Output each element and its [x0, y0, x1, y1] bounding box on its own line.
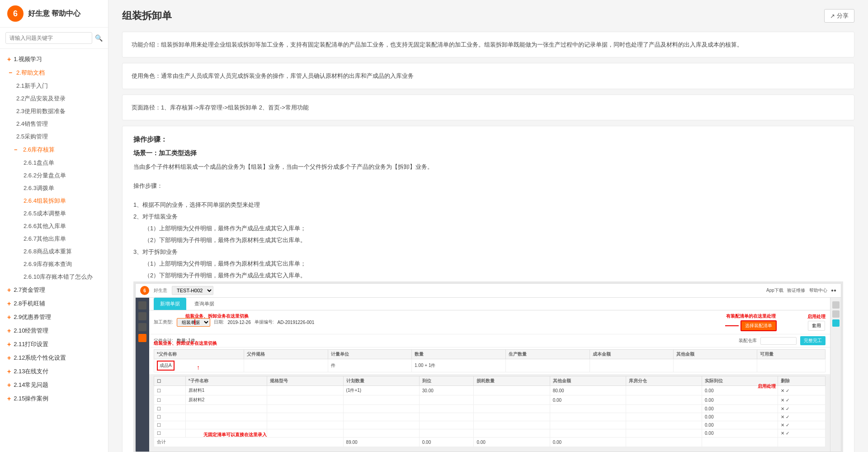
share-button[interactable]: ↗ 分享: [824, 9, 854, 23]
sidebar-item-label: 2.8手机旺辅: [14, 300, 45, 308]
sidebar-item-29[interactable]: + 2.9优惠券管理: [0, 310, 108, 324]
sidebar-item-211[interactable]: + 2.11打印设置: [0, 338, 108, 351]
sidebar-item-docs-sub1[interactable]: 2.1新手入门: [0, 80, 108, 92]
mock-type-select[interactable]: 组装单据 拆卸单据: [177, 318, 210, 327]
cell-prodqty: [506, 359, 590, 372]
share-label: 分享: [837, 12, 849, 20]
mock-tab-query[interactable]: 查询单据: [188, 298, 221, 310]
lcol-plan-qty: 计划数量: [343, 376, 419, 386]
lcol-actual: 实际到位: [702, 376, 778, 386]
sidebar-item-265[interactable]: 2.6.5成本调整单: [0, 207, 108, 220]
mock-tab-new[interactable]: 新增单据: [154, 298, 186, 310]
lcell-other1: 80.00: [550, 386, 626, 395]
lcol-arrival: 到位: [419, 376, 474, 386]
steps-title: 操作步骤：: [133, 135, 843, 144]
mock-upper-table: *父件名称 父件规格 计量单位 数量 生产数量 成本金额 其他金额 可用量: [154, 349, 826, 372]
sidebar-item-label: 2.11打印设置: [14, 340, 48, 348]
mock-apply-btn[interactable]: 套用: [808, 321, 825, 331]
role-card: 使用角色：通常由生产人员或库管人员完成拆装业务的操作，库管人员确认原材料的出库和…: [122, 63, 854, 89]
sidebar-item-28[interactable]: + 2.8手机旺辅: [0, 297, 108, 310]
lower-table-row: ☐0.00✕ ✓: [154, 429, 826, 438]
mock-footer-v2: 0.00: [419, 438, 474, 447]
lower-table-row: ☐0.00✕ ✓: [154, 421, 826, 429]
sidebar-item-docs[interactable]: － 2.帮助文档: [0, 66, 108, 80]
sidebar-item-label: 2.14常见问题: [14, 381, 48, 389]
steps-label: 操作步骤：: [133, 180, 843, 192]
mock-footer-label: 合计: [154, 438, 344, 447]
lcell-spec1: [267, 386, 343, 395]
sidebar-item-212[interactable]: + 2.12系统个性化设置: [0, 351, 108, 365]
col-unit: 计量单位: [328, 350, 411, 359]
sidebar-item-266[interactable]: 2.6.6其他入库单: [0, 220, 108, 233]
cell-other-cost: [673, 359, 757, 372]
sidebar-item-video[interactable]: + 1.视频学习: [0, 52, 108, 66]
role-text: 使用角色：通常由生产人员或库管人员完成拆装业务的操作，库管人员确认原材料的出库和…: [132, 72, 414, 79]
sidebar-item-214[interactable]: + 2.14常见问题: [0, 378, 108, 392]
sidebar-item-label: 2.10经营管理: [14, 327, 48, 335]
page-title: 组装拆卸单: [122, 9, 172, 23]
lower-table-row: ☐原材料1 (1件+1)30.00 80.00 0.00✕ ✓: [154, 386, 826, 395]
mock-left-iconbar: [136, 298, 149, 452]
sidebar-item-213[interactable]: + 2.13在线支付: [0, 365, 108, 378]
steps-section: 操作步骤： 场景一：加工类型选择 当由多个子件材料组装成一个成品的业务为【组装】…: [122, 126, 854, 452]
sidebar-item-267[interactable]: 2.6.7其他出库单: [0, 233, 108, 245]
mock-confirm-btn[interactable]: 完整完工: [800, 336, 826, 345]
sidebar-item-269[interactable]: 2.6.9库存账本查询: [0, 258, 108, 271]
sidebar-item-2610[interactable]: 2.6.10库存账本错了怎么办: [0, 271, 108, 283]
path-card: 页面路径：1、库存核算->库存管理->组装拆卸单 2、首页->常用功能: [122, 95, 854, 120]
cell-avail: [757, 359, 826, 372]
lcol-op: 删除: [778, 376, 826, 386]
plus-icon: +: [7, 354, 11, 362]
mock-company-select[interactable]: TEST-H002: [172, 286, 213, 295]
step3-sub1: （1）上部明细为父件明细，最终作为原材料生成其它出库单；: [144, 258, 843, 270]
annotation-upper-table: 组装业务、拆卸业务在这里切换: [154, 340, 217, 347]
cell-qty: 1.00 + 1件: [412, 359, 506, 372]
mock-input-cell[interactable]: 成品A: [157, 361, 175, 371]
col-parent-spec: 父件规格: [244, 350, 328, 359]
share-icon: ↗: [830, 13, 835, 19]
sidebar-item-210[interactable]: + 2.10经营管理: [0, 324, 108, 338]
sidebar-item-label: 2.15操作案例: [14, 395, 48, 403]
sidebar-item-215[interactable]: + 2.15操作案例: [0, 392, 108, 405]
search-button[interactable]: 🔍: [95, 34, 103, 42]
plus-icon: +: [7, 56, 11, 63]
col-parent-name: *父件名称: [154, 350, 244, 359]
sidebar-item-261[interactable]: 2.6.1盘点单: [0, 157, 108, 169]
plus-icon: +: [7, 395, 11, 402]
sidebar-item-docs-sub3[interactable]: 2.3使用前数据准备: [0, 105, 108, 118]
lcell-plan2: [343, 395, 419, 405]
lower-table-row: ☐0.00✕ ✓: [154, 405, 826, 413]
col-prod-qty: 生产数量: [506, 350, 590, 359]
lcell-arrive1: 30.00: [419, 386, 474, 395]
sidebar-item-268[interactable]: 2.6.8商品成本重算: [0, 245, 108, 258]
lcol-loss: 损耗数量: [474, 376, 550, 386]
plus-icon: +: [7, 381, 11, 389]
screenshot-image: 6 好生意 TEST-H002 App下载 验证维修 帮助中心 ●●: [133, 281, 843, 452]
lcell-actual2: 0.00: [702, 395, 778, 405]
lcell-spec2: [267, 395, 343, 405]
sidebar-item-docs-sub2[interactable]: 2.2产品安装及登录: [0, 92, 108, 105]
sidebar-header: 6 好生意 帮助中心: [0, 0, 108, 28]
lcell-del1: ✕ ✓: [778, 386, 826, 395]
mock-warehouse-input[interactable]: [760, 337, 797, 345]
lcell-other2: 0.00: [550, 395, 626, 405]
logo-icon: 6: [7, 5, 24, 22]
sidebar-item-264[interactable]: 2.6.4组装拆卸单: [0, 195, 108, 207]
sidebar-item-262[interactable]: 2.6.2分量盘点单: [0, 169, 108, 182]
lcell-plan1: (1件+1): [343, 386, 419, 395]
sidebar-item-docs-sub5[interactable]: 2.5采购管理: [0, 130, 108, 143]
lcol-check: ☐: [154, 376, 186, 386]
sidebar-item-docs-sub4[interactable]: 2.4销售管理: [0, 118, 108, 130]
search-input[interactable]: [5, 32, 92, 44]
mock-right-iconbar: [830, 298, 841, 452]
lcol-spec: 规格型号: [267, 376, 343, 386]
intro-text: 功能介绍：组装拆卸单用来处理企业组装或拆卸等加工业务，支持有固定装配清单的产品加…: [132, 41, 743, 48]
mock-config-btn[interactable]: 选择装配清单: [741, 320, 777, 331]
sidebar-item-27[interactable]: + 2.7资金管理: [0, 283, 108, 297]
cell-parent-name: 成品A: [154, 359, 244, 372]
sidebar-item-263[interactable]: 2.6.3调拨单: [0, 182, 108, 195]
search-box: 🔍: [0, 28, 108, 49]
sidebar-item-storage[interactable]: － 2.6库存核算: [0, 143, 108, 157]
mock-system-name: 好生意: [154, 287, 167, 294]
intro-card: 功能介绍：组装拆卸单用来处理企业组装或拆卸等加工业务，支持有固定装配清单的产品加…: [122, 32, 854, 57]
